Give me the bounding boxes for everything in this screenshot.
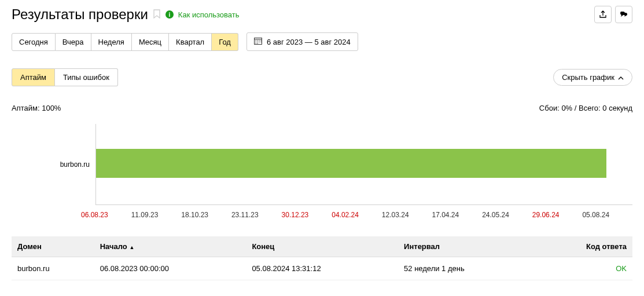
chart-series-label: burbon.ru <box>12 124 95 205</box>
date-range-picker[interactable]: 6 авг 2023 — 5 авг 2024 <box>246 32 358 51</box>
failures-stat: Сбои: 0% / Всего: 0 секунд <box>539 104 632 112</box>
svg-point-9 <box>260 42 261 42</box>
chart-area[interactable] <box>95 124 632 205</box>
th-start[interactable]: Начало ▲ <box>94 236 246 257</box>
sort-asc-icon: ▲ <box>129 244 134 250</box>
chart-tick: 24.05.24 <box>482 211 532 219</box>
svg-point-2 <box>255 40 256 41</box>
page-title: Результаты проверки <box>12 6 148 23</box>
period-yesterday[interactable]: Вчера <box>56 33 91 51</box>
th-interval[interactable]: Интервал <box>398 236 534 257</box>
calendar-icon <box>254 37 262 46</box>
results-table: Домен Начало ▲ Конец Интервал Код ответа… <box>12 236 632 280</box>
period-today[interactable]: Сегодня <box>12 33 56 51</box>
tab-group: Аптайм Типы ошибок <box>12 68 118 86</box>
howto-link[interactable]: Как использовать <box>178 10 240 19</box>
chart-tick: 05.08.24 <box>582 211 632 219</box>
chart-tick: 23.11.23 <box>231 211 282 219</box>
bookmark-icon[interactable] <box>153 9 161 20</box>
tab-uptime[interactable]: Аптайм <box>12 68 55 86</box>
info-icon: i <box>165 10 174 19</box>
cell-domain: burbon.ru <box>12 257 94 280</box>
chart-tick: 29.06.24 <box>532 211 583 219</box>
period-quarter[interactable]: Квартал <box>169 33 212 51</box>
svg-point-6 <box>255 42 256 42</box>
chart-tick: 17.04.24 <box>432 211 482 219</box>
share-button[interactable] <box>594 6 612 23</box>
date-range-text: 6 авг 2023 — 5 авг 2024 <box>267 38 351 46</box>
table-row: burbon.ru06.08.2023 00:00:0005.08.2024 1… <box>12 257 632 280</box>
period-month[interactable]: Месяц <box>132 33 169 51</box>
chart-tick: 04.02.24 <box>332 211 382 219</box>
chart-ticks: 06.08.2311.09.2318.10.2323.11.2330.12.23… <box>95 205 632 219</box>
chart-tick: 12.03.24 <box>382 211 432 219</box>
chart-tick: 06.08.23 <box>81 211 131 219</box>
svg-point-3 <box>257 40 257 41</box>
chart-tick: 30.12.23 <box>282 211 332 219</box>
th-domain[interactable]: Домен <box>12 236 94 257</box>
period-week[interactable]: Неделя <box>91 33 132 51</box>
svg-point-10 <box>255 43 256 43</box>
svg-point-11 <box>257 43 257 43</box>
chart-tick: 18.10.23 <box>181 211 231 219</box>
chevron-up-icon <box>618 73 624 82</box>
uptime-stat: Аптайм: 100% <box>12 104 61 112</box>
toggle-chart-label: Скрыть график <box>562 73 614 82</box>
feedback-button[interactable] <box>615 6 632 23</box>
period-selector: Сегодня Вчера Неделя Месяц Квартал Год <box>12 33 238 51</box>
uptime-chart: burbon.ru 06.08.2311.09.2318.10.2323.11.… <box>12 124 632 219</box>
cell-end: 05.08.2024 13:31:12 <box>246 257 398 280</box>
tab-error-types[interactable]: Типы ошибок <box>55 68 118 86</box>
svg-point-7 <box>257 42 257 42</box>
svg-point-8 <box>259 42 259 42</box>
toggle-chart-button[interactable]: Скрыть график <box>553 69 632 86</box>
svg-point-5 <box>260 40 261 41</box>
cell-start: 06.08.2023 00:00:00 <box>94 257 246 280</box>
cell-code: OK <box>534 257 632 280</box>
th-end[interactable]: Конец <box>246 236 398 257</box>
period-year[interactable]: Год <box>212 33 238 51</box>
uptime-bar <box>96 149 606 178</box>
th-code[interactable]: Код ответа <box>534 236 632 257</box>
chart-tick: 11.09.23 <box>131 211 182 219</box>
svg-point-4 <box>259 40 259 41</box>
cell-interval: 52 недели 1 день <box>398 257 534 280</box>
